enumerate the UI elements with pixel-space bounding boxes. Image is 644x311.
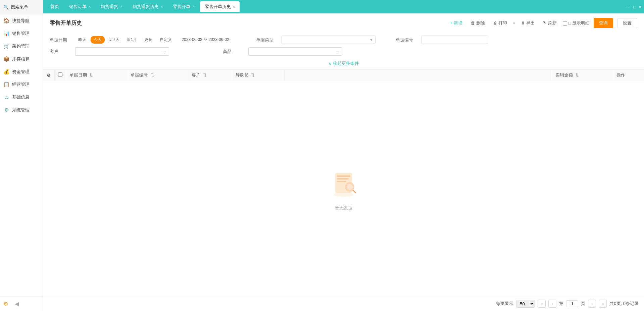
- refresh-button[interactable]: ↻ 刷新: [541, 19, 559, 28]
- display-detail-checkbox[interactable]: [563, 21, 567, 25]
- col-customer: 客户 ⇅: [188, 69, 232, 81]
- collapse-label: 收起更多条件: [333, 60, 359, 66]
- export-button[interactable]: ⬆ 导出: [519, 19, 537, 28]
- print-button[interactable]: 🖨 打印: [491, 19, 509, 28]
- tab-retail-open-history-label: 零售开单历史: [205, 4, 231, 10]
- date-quick-buttons: 昨天 今天 近7天 近1月 更多 自定义: [75, 36, 175, 44]
- col-guide-sort-icon[interactable]: ⇅: [251, 72, 255, 77]
- customer-label: 客户: [50, 49, 68, 55]
- per-page-label: 每页显示: [496, 301, 513, 307]
- sidebar-footer: ⚙ ◀: [0, 296, 43, 311]
- col-date-sort-icon[interactable]: ⇅: [89, 72, 93, 77]
- svg-point-0: [334, 193, 354, 197]
- select-all-checkbox[interactable]: [58, 72, 62, 77]
- sidebar-item-inventory[interactable]: 📦 库存核算: [0, 53, 43, 65]
- col-date-label: 单据日期: [69, 72, 87, 77]
- operations-icon: 📋: [3, 82, 9, 88]
- print-chevron-icon[interactable]: ▾: [513, 21, 515, 25]
- footer-collapse-icon[interactable]: ◀: [15, 301, 19, 307]
- col-no-sort-icon[interactable]: ⇅: [151, 72, 154, 77]
- tab-retail-open-history[interactable]: 零售开单历史 ×: [200, 1, 240, 12]
- table-settings-header[interactable]: ⚙: [43, 69, 54, 81]
- sidebar-search[interactable]: 🔍 搜索采单: [0, 0, 43, 14]
- svg-rect-4: [337, 181, 346, 182]
- col-customer-label: 客户: [192, 72, 200, 77]
- sidebar-item-operations[interactable]: 📋 经营管理: [0, 78, 43, 91]
- empty-illustration: [327, 166, 360, 200]
- first-page-button[interactable]: «: [538, 300, 546, 308]
- tab-home[interactable]: 首页: [46, 1, 64, 12]
- prev-page-button[interactable]: ‹: [548, 300, 556, 308]
- tab-retail-open-label: 零售开单: [173, 4, 190, 10]
- sidebar-item-label: 系统管理: [12, 107, 30, 113]
- next-page-button[interactable]: ›: [588, 300, 596, 308]
- svg-rect-3: [337, 178, 349, 179]
- close-tab-sales-return-history-icon[interactable]: ×: [161, 5, 163, 9]
- close-tab-retail-open-icon[interactable]: ×: [192, 5, 194, 9]
- main-area: 首页 销售订单 × 销货退货 × 销货退货历史 × 零售开单 × 零售开单历史 …: [43, 0, 644, 311]
- tab-sales-return[interactable]: 销货退货 ×: [96, 1, 127, 12]
- finance-icon: 💰: [3, 69, 9, 75]
- page-header: 零售开单历史 + 新增 🗑 删除 🖨 打印 ▾ ⬆ 导出 ↻ 刷新 □ 显示明细…: [43, 13, 644, 69]
- display-detail-toggle[interactable]: □ 显示明细: [563, 20, 590, 26]
- sales-mgmt-icon: 📊: [3, 31, 9, 37]
- col-guide-label: 导购员: [236, 72, 249, 77]
- sidebar-item-finance[interactable]: 💰 资金管理: [0, 65, 43, 78]
- date-btn-yesterday[interactable]: 昨天: [75, 36, 89, 44]
- empty-state: 暂无数据: [43, 81, 644, 296]
- tab-sales-order[interactable]: 销售订单 ×: [64, 1, 95, 12]
- tab-retail-open[interactable]: 零售开单 ×: [168, 1, 199, 12]
- tab-sales-return-history[interactable]: 销货退货历史 ×: [128, 1, 167, 12]
- table-gear-icon[interactable]: ⚙: [47, 73, 51, 78]
- sidebar-item-quick-nav[interactable]: 🏠 快捷导航: [0, 14, 43, 27]
- page-title: 零售开单历史: [50, 20, 82, 27]
- date-btn-more[interactable]: 更多: [141, 36, 155, 44]
- doc-no-input[interactable]: [424, 37, 485, 42]
- customer-dots[interactable]: ···: [162, 49, 166, 54]
- date-btn-1month[interactable]: 近1月: [124, 36, 140, 44]
- date-btn-custom[interactable]: 自定义: [157, 36, 175, 44]
- close-button[interactable]: ×: [639, 4, 641, 9]
- data-table: ⚙ 单据日期 ⇅ 单据编号 ⇅: [43, 69, 644, 81]
- setting-button[interactable]: 设置: [617, 18, 637, 28]
- doc-type-select[interactable]: ▾: [282, 36, 376, 44]
- svg-point-6: [347, 184, 353, 190]
- close-tab-sales-return-icon[interactable]: ×: [120, 5, 122, 9]
- date-btn-7days[interactable]: 近7天: [106, 36, 122, 44]
- sidebar-item-basic-info[interactable]: 🗂 基础信息: [0, 91, 43, 104]
- maximize-button[interactable]: □: [634, 4, 636, 9]
- goods-input[interactable]: [251, 49, 336, 54]
- per-page-select[interactable]: 50 10 20 100: [516, 300, 535, 308]
- date-range-display: 2023-06-02 至 2023-06-02: [182, 37, 229, 43]
- page-number-input[interactable]: [566, 300, 578, 307]
- minimize-button[interactable]: —: [627, 4, 631, 9]
- svg-rect-2: [337, 175, 350, 177]
- sidebar-search-label: 搜索采单: [11, 4, 28, 10]
- sidebar-item-label: 快捷导航: [12, 18, 30, 24]
- date-btn-today[interactable]: 今天: [91, 36, 105, 44]
- sidebar-item-purchase-mgmt[interactable]: 🛒 采购管理: [0, 40, 43, 53]
- delete-button[interactable]: 🗑 删除: [468, 19, 487, 28]
- customer-input-wrapper[interactable]: ···: [75, 47, 169, 56]
- sys-mgmt-icon: ⚙: [3, 107, 9, 113]
- doc-no-input-wrapper[interactable]: [421, 36, 488, 44]
- close-tab-sales-order-icon[interactable]: ×: [89, 5, 91, 9]
- last-page-button[interactable]: »: [599, 300, 607, 308]
- table-checkbox-header[interactable]: [54, 69, 66, 81]
- sidebar-item-sys-mgmt[interactable]: ⚙ 系统管理: [0, 104, 43, 116]
- sidebar-item-sales-mgmt[interactable]: 📊 销售管理: [0, 27, 43, 40]
- close-tab-retail-open-history-icon[interactable]: ×: [233, 5, 235, 9]
- customer-input[interactable]: [78, 49, 162, 54]
- content-area: 零售开单历史 + 新增 🗑 删除 🖨 打印 ▾ ⬆ 导出 ↻ 刷新 □ 显示明细…: [43, 13, 644, 311]
- query-button[interactable]: 查询: [594, 18, 613, 28]
- goods-input-wrapper[interactable]: ···: [248, 47, 342, 56]
- sidebar-item-label: 资金管理: [12, 69, 30, 75]
- basic-info-icon: 🗂: [3, 94, 9, 100]
- col-amount-sort-icon[interactable]: ⇅: [575, 72, 579, 77]
- footer-settings-icon[interactable]: ⚙: [3, 301, 8, 307]
- collapse-filter-row[interactable]: ∧ 收起更多条件: [50, 59, 637, 69]
- col-customer-sort-icon[interactable]: ⇅: [203, 72, 207, 77]
- add-button[interactable]: + 新增: [448, 19, 464, 28]
- quick-nav-icon: 🏠: [3, 18, 9, 24]
- goods-dots[interactable]: ···: [336, 49, 339, 54]
